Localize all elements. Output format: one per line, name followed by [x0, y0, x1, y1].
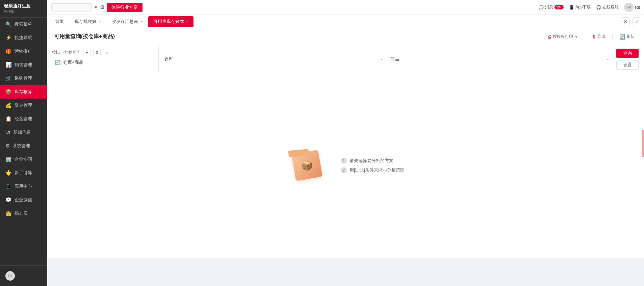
tab-available-ledger-close[interactable]: ×	[186, 20, 188, 24]
separator-2	[612, 34, 613, 40]
lightning-icon: ⚡	[5, 35, 12, 41]
sidebar-item-inventory[interactable]: 📦 库存核算	[0, 85, 47, 99]
sidebar-item-basic-info[interactable]: 🗂 基础信息	[0, 126, 47, 139]
message-btn[interactable]: 💬 消息 99+	[539, 4, 564, 10]
scheme-option-label: 仓库+商品	[63, 59, 83, 66]
filter-settings-button[interactable]: 设置	[616, 60, 639, 70]
product-input[interactable]	[402, 55, 604, 63]
print-label: 按模板打印	[553, 34, 573, 40]
scheme-option-icon: 🔄	[55, 60, 60, 65]
warehouse-input[interactable]	[176, 55, 378, 63]
gift-icon: 🎁	[5, 48, 12, 54]
tab-available-ledger[interactable]: 可用量库存账本 ×	[148, 16, 194, 27]
user-avatar: Rit	[5, 271, 15, 281]
content-area: 可用量查询(按仓库+商品) 🖨 按模板打印 ▼ ⬆ 导出 🔄	[47, 28, 644, 286]
product-label: 商品	[390, 56, 399, 62]
sidebar-item-system[interactable]: ⚙ 系统管理	[0, 139, 47, 153]
filter-area: 按以下方案查询 + ⚙ « 🔄 仓库+商品	[47, 45, 644, 73]
sidebar-item-operations[interactable]: 📋 经营管理	[0, 112, 47, 126]
page-header: 可用量查询(按仓库+商品) 🖨 按模板打印 ▼ ⬆ 导出 🔄	[47, 28, 644, 45]
empty-state: 📦 1 请先选择要分析的方案 2 用[过滤]条件来缩小分析范围	[47, 73, 644, 258]
filter-collapse-btn[interactable]: «	[103, 49, 111, 56]
refresh-label: 刷新	[626, 34, 635, 40]
logo-title: 畅康通好生意	[4, 3, 43, 9]
sidebar-scroll: 🔍 搜索菜单 ⚡ 快捷导航 🎁 营销推广 📊 销售管理 🛒 采购管理 📦 库存核…	[0, 18, 47, 265]
tab-batch-ledger[interactable]: 库存批次账 ×	[70, 16, 106, 27]
chevron-down-icon[interactable]: ▼	[574, 35, 578, 39]
filter-scheme-option[interactable]: 🔄 仓库+商品	[52, 58, 86, 67]
sidebar-logo: 畅康通好生意 标准版	[0, 0, 47, 18]
topbar-right: 💬 消息 99+ 📱 App下载 🎧 在线客服 Rit Rit	[539, 3, 640, 12]
filter-right: 仓库 ··· 商品 ··· 查询 设置	[159, 45, 644, 73]
topbar-gear-icon[interactable]: ⚙	[100, 4, 105, 10]
sidebar-item-label: 搜索菜单	[15, 21, 32, 27]
query-button[interactable]: 查询	[616, 49, 639, 58]
page-actions: 🖨 按模板打印 ▼ ⬆ 导出 🔄 刷新	[544, 32, 637, 41]
refresh-btn[interactable]: 🔄 刷新	[617, 32, 637, 41]
sidebar: 畅康通好生意 标准版 🔍 搜索菜单 ⚡ 快捷导航 🎁 营销推广 📊 销售管理 🛒…	[0, 0, 47, 286]
sidebar-item-search[interactable]: 🔍 搜索菜单	[0, 18, 47, 31]
tab-stock-summary-label: 收发存汇总表	[112, 19, 138, 25]
page-title: 可用量查询(按仓库+商品)	[54, 33, 115, 40]
print-icon: 🖨	[547, 34, 551, 40]
sidebar-item-onboarding[interactable]: 🌟 新手引导	[0, 166, 47, 180]
sidebar-item-shortcut[interactable]: ⚡ 快捷导航	[0, 31, 47, 45]
folder-icon: 🗂	[5, 129, 10, 135]
sidebar-item-label: 快捷导航	[15, 35, 32, 41]
tab-stock-summary-close[interactable]: ×	[140, 20, 143, 24]
sidebar-item-enterprise-wechat[interactable]: 💬 企业微信	[0, 193, 47, 207]
box-face-icon: 📦	[300, 159, 314, 172]
sidebar-item-label: 基础信息	[13, 129, 31, 135]
filter-label-row: 按以下方案查询 + ⚙ «	[52, 49, 111, 56]
sidebar-item-label: 企业协同	[15, 156, 32, 162]
sidebar-item-sales[interactable]: 📊 销售管理	[0, 58, 47, 72]
sidebar-item-label: 资金管理	[15, 102, 32, 108]
close-icon: ✕	[623, 19, 627, 24]
online-service-btn[interactable]: 🎧 在线客服	[596, 4, 619, 10]
empty-box-graphic: 📦	[291, 150, 323, 181]
user-name-label: Rit	[635, 5, 640, 10]
scroll-hint	[642, 130, 644, 157]
empty-step-2-text: 用[过滤]条件来缩小分析范围	[350, 167, 405, 173]
trial-btn[interactable]: 体验行业方案	[107, 3, 143, 12]
export-btn[interactable]: ⬆ 导出	[589, 32, 608, 41]
sidebar-item-marketing[interactable]: 🎁 营销推广	[0, 45, 47, 58]
filter-actions: 查询 设置	[616, 49, 639, 70]
tab-stock-summary[interactable]: 收发存汇总表 ×	[107, 16, 148, 27]
sidebar-item-label: 畅会员	[15, 210, 28, 216]
sidebar-item-purchase[interactable]: 🛒 采购管理	[0, 72, 47, 85]
topbar-dropdown[interactable]: ▼	[94, 5, 98, 10]
user-info[interactable]: Rit Rit	[624, 3, 640, 12]
download-icon: 📱	[569, 5, 574, 10]
scheme-settings-btn[interactable]: ⚙	[93, 49, 101, 56]
app-download-btn[interactable]: 📱 App下载	[569, 4, 591, 10]
sidebar-item-label: 采购管理	[15, 75, 32, 81]
tab-batch-ledger-close[interactable]: ×	[99, 20, 101, 24]
money-icon: 💰	[5, 102, 12, 108]
crown-icon: 👑	[5, 210, 12, 216]
print-btn[interactable]: 🖨 按模板打印 ▼	[544, 32, 581, 41]
product-field: 商品 ···	[390, 55, 611, 63]
logo-sub: 标准版	[4, 9, 43, 14]
sidebar-user[interactable]: Rit	[0, 268, 47, 283]
sidebar-item-enterprise[interactable]: 🏢 企业协同	[0, 153, 47, 166]
app-download-label: App下载	[575, 4, 591, 10]
sidebar-item-label: 企业微信	[15, 197, 32, 203]
product-more-btn[interactable]: ···	[607, 56, 611, 62]
filter-left: 按以下方案查询 + ⚙ « 🔄 仓库+商品	[47, 45, 159, 73]
sidebar-item-app-center[interactable]: 📱 应用中心	[0, 180, 47, 193]
warehouse-more-btn[interactable]: ···	[381, 56, 385, 62]
sidebar-item-label: 销售管理	[15, 62, 32, 68]
tab-close-all-btn[interactable]: ✕	[621, 17, 630, 26]
tab-batch-ledger-label: 库存批次账	[75, 19, 97, 25]
tab-home-label: 首页	[55, 19, 64, 25]
sidebar-item-member[interactable]: 👑 畅会员	[0, 207, 47, 220]
sidebar-item-label: 库存核算	[15, 89, 32, 95]
sidebar-item-finance[interactable]: 💰 资金管理	[0, 99, 47, 112]
tab-home[interactable]: 首页	[50, 16, 69, 27]
tab-expand-btn[interactable]: ⤢	[633, 17, 641, 26]
topbar-search-input[interactable]	[51, 3, 92, 11]
message-badge: 99+	[555, 5, 564, 9]
chevron-down-icon: ▼	[94, 5, 98, 10]
add-scheme-btn[interactable]: +	[83, 49, 91, 56]
